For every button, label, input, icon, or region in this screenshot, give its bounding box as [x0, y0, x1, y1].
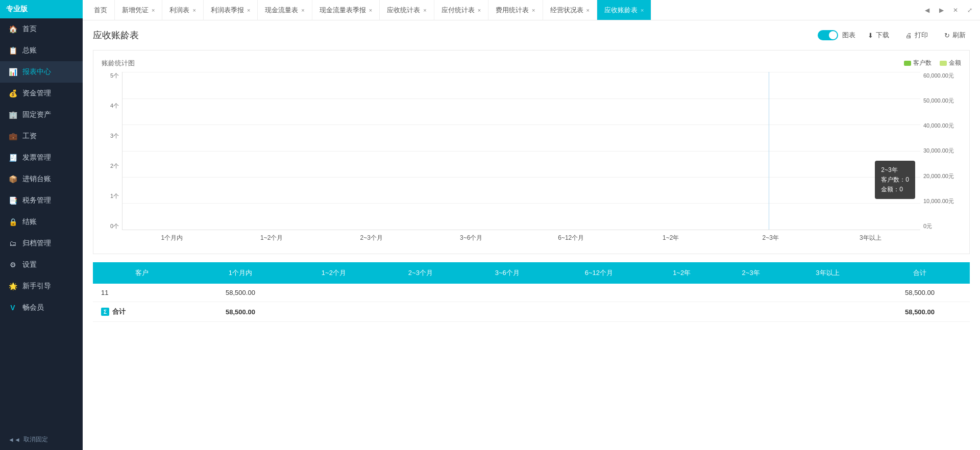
tab-expense-stat[interactable]: 费用统计表 ×: [488, 0, 543, 20]
tab-profit-close[interactable]: ×: [192, 7, 195, 13]
tab-maximize-button[interactable]: ⤢: [964, 4, 976, 16]
stock-icon: 📦: [8, 175, 17, 183]
legend-amount: 金额: [940, 59, 961, 67]
total-1-2year: [647, 302, 716, 322]
x-label-1: 1~2个月: [222, 234, 322, 242]
tab-close-all-button[interactable]: ✕: [949, 4, 962, 16]
guide-icon: 🌟: [8, 282, 17, 290]
tooltip-customer-count: 客户数：0: [881, 176, 909, 184]
sidebar-item-ledger[interactable]: 📋 总账: [0, 40, 83, 61]
tab-payable-stat[interactable]: 应付统计表 ×: [434, 0, 488, 20]
salary-icon: 💼: [8, 132, 17, 140]
y-right-0: 60,000.00元: [923, 72, 954, 80]
tab-cashflow-quarter-close[interactable]: ×: [369, 7, 372, 13]
x-label-5: 1~2年: [621, 234, 721, 242]
refresh-icon: ↻: [944, 32, 950, 39]
sidebar-item-reports[interactable]: 📊 报表中心: [0, 61, 83, 83]
sidebar-item-home[interactable]: 🏠 首页: [0, 18, 83, 40]
tab-receivable-stat-label: 应收统计表: [387, 6, 420, 15]
legend-customer-label: 客户数: [913, 59, 932, 67]
sidebar-item-settings[interactable]: ⚙ 设置: [0, 254, 83, 276]
cell-total-0: 58,500.00: [870, 284, 970, 302]
tab-home-label: 首页: [94, 6, 107, 15]
sidebar-item-guide[interactable]: 🌟 新手引导: [0, 276, 83, 297]
th-3-6month: 3~6个月: [464, 262, 551, 284]
print-icon: 🖨: [905, 32, 912, 39]
tab-prev-button[interactable]: ◀: [921, 4, 933, 16]
cell-3plus-0: [786, 284, 870, 302]
sidebar-item-archive[interactable]: 🗂 归档管理: [0, 233, 83, 254]
print-button[interactable]: 🖨 打印: [901, 29, 932, 42]
tab-next-button[interactable]: ▶: [935, 4, 947, 16]
legend-customer-count: 客户数: [904, 59, 932, 67]
sidebar-item-salary[interactable]: 💼 工资: [0, 126, 83, 147]
tab-receivable-stat-close[interactable]: ×: [423, 7, 426, 13]
refresh-button[interactable]: ↻ 刷新: [940, 29, 970, 42]
tab-profit[interactable]: 利润表 ×: [162, 0, 203, 20]
sidebar-label-tax: 税务管理: [22, 196, 51, 205]
tab-operation-close[interactable]: ×: [586, 7, 590, 13]
sidebar-label-assets: 固定资产: [22, 110, 51, 119]
table-row: 11 58,500.00 58,500.00: [93, 284, 970, 302]
tooltip-amount: 金额：0: [881, 185, 909, 194]
tab-receivable-stat[interactable]: 应收统计表 ×: [380, 0, 434, 20]
th-1-2month: 1~2个月: [290, 262, 377, 284]
total-2-3month: [377, 302, 464, 322]
sidebar-item-invoice[interactable]: 🧾 发票管理: [0, 147, 83, 168]
sidebar-item-closing[interactable]: 🔒 结账: [0, 211, 83, 233]
tab-home[interactable]: 首页: [87, 0, 115, 20]
tab-payable-stat-close[interactable]: ×: [478, 7, 481, 13]
collapse-label: 取消固定: [23, 435, 48, 444]
collapse-button[interactable]: ◄◄ 取消固定: [0, 429, 83, 450]
sidebar-label-salary: 工资: [22, 132, 37, 141]
th-6-12month: 6~12个月: [551, 262, 647, 284]
chart-toggle[interactable]: [818, 30, 838, 40]
sidebar-label-reports: 报表中心: [22, 67, 51, 77]
cell-1-2month-0: [290, 284, 377, 302]
ledger-icon: 📋: [8, 46, 17, 55]
tab-expense-stat-label: 费用统计表: [496, 6, 529, 15]
tab-cashflow-quarter-label: 现金流量表季报: [320, 6, 366, 15]
tab-cashflow-quarter[interactable]: 现金流量表季报 ×: [312, 0, 380, 20]
tab-profit-quarter-close[interactable]: ×: [247, 7, 250, 13]
tab-cashflow-label: 现金流量表: [265, 6, 298, 15]
tab-voucher[interactable]: 新增凭证 ×: [115, 0, 162, 20]
sidebar-label-invoice: 发票管理: [22, 153, 51, 162]
app-logo: 专业版: [0, 0, 83, 18]
y-right-2: 40,000.00元: [923, 122, 954, 130]
legend-amount-color: [940, 61, 947, 66]
page-title: 应收账龄表: [93, 29, 139, 41]
sidebar-label-closing: 结账: [22, 217, 37, 227]
th-1month: 1个月内: [190, 262, 290, 284]
y-left-5: 0个: [110, 222, 119, 230]
download-button[interactable]: ⬇ 下载: [864, 29, 893, 42]
tab-operation[interactable]: 经营状况表 ×: [543, 0, 597, 20]
page-header: 应收账龄表 图表 ⬇ 下载 🖨 打印 ↻ 刷新: [93, 29, 970, 42]
sidebar-item-tax[interactable]: 📑 税务管理: [0, 190, 83, 211]
data-table: 客户 1个月内 1~2个月 2~3个月 3~6个月 6~12个月 1~2年 2~…: [93, 262, 970, 322]
funds-icon: 💰: [8, 89, 17, 97]
cell-2-3year-0: [716, 284, 785, 302]
cell-customer-0: 11: [93, 284, 190, 302]
chart-x-labels: 1个月内 1~2个月 2~3个月 3~6个月 6~12个月 1~2年 2~3年 …: [122, 230, 920, 245]
sidebar-label-archive: 归档管理: [22, 239, 51, 248]
chart-y-left: 5个 4个 3个 2个 1个 0个: [102, 72, 122, 230]
tab-profit-quarter[interactable]: 利润表季报 ×: [204, 0, 258, 20]
tab-receivable-aging[interactable]: 应收账龄表 ×: [597, 0, 651, 20]
tab-expense-stat-close[interactable]: ×: [532, 7, 535, 13]
sidebar-item-funds[interactable]: 💰 资金管理: [0, 83, 83, 104]
tab-cashflow-close[interactable]: ×: [301, 7, 304, 13]
tab-profit-label: 利润表: [169, 6, 189, 15]
tab-cashflow[interactable]: 现金流量表 ×: [258, 0, 312, 20]
sidebar-label-vip: 畅会员: [22, 303, 44, 312]
sidebar-item-stock[interactable]: 📦 进销台账: [0, 168, 83, 190]
tab-receivable-aging-label: 应收账龄表: [604, 6, 638, 15]
legend-customer-color: [904, 61, 911, 66]
tab-voucher-close[interactable]: ×: [152, 7, 155, 13]
sidebar-item-vip[interactable]: V 畅会员: [0, 297, 83, 318]
total-grand: 58,500.00: [870, 302, 970, 322]
tab-receivable-aging-close[interactable]: ×: [641, 7, 644, 13]
sidebar-item-assets[interactable]: 🏢 固定资产: [0, 104, 83, 126]
assets-icon: 🏢: [8, 111, 17, 119]
th-customer: 客户: [93, 262, 190, 284]
